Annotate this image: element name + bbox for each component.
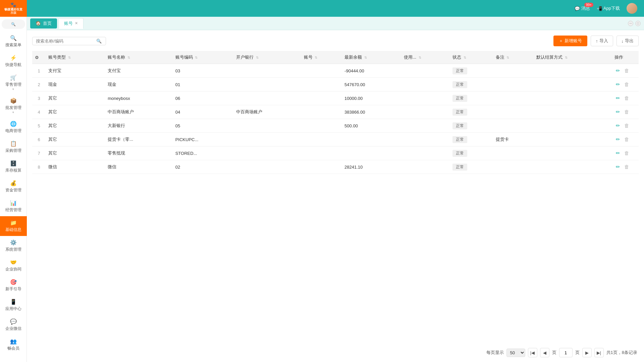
cell-balance: -90444.00 — [342, 64, 401, 78]
search-input[interactable] — [36, 39, 96, 44]
col-usage[interactable]: 使用... ⇅ — [401, 51, 450, 64]
col-remark[interactable]: 备注 ⇅ — [493, 51, 534, 64]
total-label: 共1页，8条记录 — [606, 350, 637, 356]
edit-button[interactable]: ✏ — [614, 136, 622, 143]
cell-code: 01 — [173, 78, 233, 92]
delete-button[interactable]: 🗑 — [623, 136, 631, 143]
sidebar-item-finance-mgmt[interactable]: 💰 资金管理 — [0, 177, 27, 196]
col-status-label: 状态 — [452, 55, 461, 60]
col-action: 操作 — [612, 51, 639, 64]
sidebar-item-ecommerce-mgmt[interactable]: 🌐 电商管理 — [0, 117, 27, 137]
page-last-button[interactable]: ▶| — [594, 348, 604, 357]
window-maximize-button[interactable]: □ — [635, 21, 641, 26]
col-action-label: 操作 — [614, 55, 623, 60]
col-usage-label: 使用... — [404, 55, 416, 60]
sidebar-search-box[interactable]: 🔍 — [2, 19, 25, 29]
col-type[interactable]: 账号类型 ⇅ — [46, 51, 105, 64]
status-badge: 正常 — [452, 150, 467, 157]
cell-usage — [401, 92, 450, 105]
window-minimize-button[interactable]: ─ — [628, 21, 633, 26]
user-avatar[interactable] — [627, 3, 637, 14]
sidebar-item-sys-mgmt[interactable]: ⚙️ 系统管理 — [0, 236, 27, 256]
sidebar-item-ops-mgmt[interactable]: 📊 经营管理 — [0, 196, 27, 216]
cell-balance: 547670.00 — [342, 78, 401, 92]
sidebar-item-label: 新手引导 — [5, 286, 21, 292]
tab-home[interactable]: 🏠 首页 — [30, 18, 57, 28]
sidebar-item-inventory[interactable]: 🗄️ 库存核算 — [0, 157, 27, 177]
cell-code: 03 — [173, 64, 233, 78]
sidebar-item-purchase-mgmt[interactable]: 📋 采购管理 — [0, 137, 27, 157]
col-default-settle[interactable]: 默认结算方式 ⇅ — [534, 51, 612, 64]
sidebar-item-enterprise-wx[interactable]: 💬 企业微信 — [0, 315, 27, 335]
cell-balance: 383866.00 — [342, 105, 401, 119]
page-prev-button[interactable]: ◀ — [540, 348, 549, 357]
col-name[interactable]: 账号名称 ⇅ — [105, 51, 173, 64]
col-status[interactable]: 状态 ⇅ — [450, 51, 493, 64]
search-icon[interactable]: 🔍 — [96, 39, 102, 44]
tab-account[interactable]: 账号 ✕ — [58, 18, 84, 29]
delete-button[interactable]: 🗑 — [623, 149, 631, 157]
edit-button[interactable]: ✏ — [614, 149, 622, 157]
cell-account — [301, 160, 342, 174]
col-remark-label: 备注 — [496, 55, 504, 60]
delete-button[interactable]: 🗑 — [623, 67, 631, 74]
sidebar-item-search-menu[interactable]: 🔍 搜索菜单 — [0, 32, 27, 51]
sidebar-item-retail-mgmt[interactable]: 🛒 零售管理 ▾ — [0, 71, 27, 94]
toolbar: 🔍 ＋ 新增账号 ↑ 导入 ↓ 导出 — [32, 36, 639, 46]
search-box[interactable]: 🔍 — [32, 37, 106, 45]
col-code[interactable]: 账号编码 ⇅ — [173, 51, 233, 64]
app-center-icon: 📱 — [10, 299, 17, 305]
delete-button[interactable]: 🗑 — [623, 122, 631, 129]
edit-button[interactable]: ✏ — [614, 81, 622, 88]
sidebar-item-quick-nav[interactable]: ⚡ 快捷导航 — [0, 51, 27, 71]
page-size-select[interactable]: 50 100 200 — [506, 349, 525, 357]
app-download-button[interactable]: 📲 App下载 — [597, 5, 620, 11]
export-button[interactable]: ↓ 导出 — [616, 36, 639, 46]
cell-action: ✏ 🗑 — [612, 78, 639, 92]
delete-button[interactable]: 🗑 — [623, 108, 631, 115]
page-next-button[interactable]: ▶ — [582, 348, 592, 357]
tab-close-icon[interactable]: ✕ — [75, 21, 78, 25]
edit-button[interactable]: ✏ — [614, 122, 622, 129]
app-icon: 📲 — [597, 6, 602, 11]
sidebar-item-member[interactable]: 👥 畅会员 — [0, 335, 27, 355]
import-button[interactable]: ↑ 导入 — [591, 36, 613, 46]
sidebar-item-app-center[interactable]: 📱 应用中心 — [0, 295, 27, 315]
delete-button[interactable]: 🗑 — [623, 163, 631, 170]
sort-icon: ⇅ — [419, 56, 421, 59]
delete-button[interactable]: 🗑 — [623, 81, 631, 88]
cell-bank — [233, 78, 301, 92]
edit-button[interactable]: ✏ — [614, 95, 622, 102]
app-download-label: App下载 — [603, 5, 620, 11]
col-bank[interactable]: 开户银行 ⇅ — [233, 51, 301, 64]
sidebar-item-label: 系统管理 — [5, 247, 21, 252]
cell-type: 其它 — [46, 119, 105, 133]
chevron-down-icon: ▾ — [12, 87, 14, 91]
edit-button[interactable]: ✏ — [614, 67, 622, 74]
new-account-button[interactable]: ＋ 新增账号 — [553, 36, 587, 46]
sidebar-item-wholesale-mgmt[interactable]: 📦 批发管理 ▾ — [0, 94, 27, 117]
page-label: 页 — [552, 350, 556, 356]
sidebar-item-guide[interactable]: 🎯 新手引导 — [0, 276, 27, 295]
page-number-input[interactable] — [559, 348, 573, 357]
message-button[interactable]: 💬 消息 99+ — [575, 5, 590, 11]
edit-button[interactable]: ✏ — [614, 108, 622, 116]
cell-account — [301, 105, 342, 119]
col-name-label: 账号名称 — [108, 55, 125, 60]
col-type-label: 账号类型 — [48, 55, 66, 60]
sidebar-item-enterprise[interactable]: 🤝 企业协同 — [0, 256, 27, 276]
table-row: 3 其它 moneybosx 06 10000.00 正常 ✏ 🗑 — [32, 92, 639, 105]
settings-icon[interactable]: ⚙ — [35, 55, 39, 60]
sidebar-item-basic-info[interactable]: 📁 基础信息 — [0, 216, 27, 236]
sort-icon: ⇅ — [464, 56, 466, 59]
cell-balance: 28241.10 — [342, 160, 401, 174]
edit-button[interactable]: ✏ — [614, 163, 622, 171]
cell-status: 正常 — [450, 160, 493, 174]
sidebar-item-label: 电商管理 — [5, 128, 21, 134]
delete-button[interactable]: 🗑 — [623, 95, 631, 102]
col-balance[interactable]: 最新余额 ⇅ — [342, 51, 401, 64]
col-settings[interactable]: ⚙ — [32, 51, 46, 64]
page-first-button[interactable]: |◀ — [528, 348, 537, 357]
col-account[interactable]: 账号 ⇅ — [301, 51, 342, 64]
message-icon: 💬 — [575, 6, 580, 11]
